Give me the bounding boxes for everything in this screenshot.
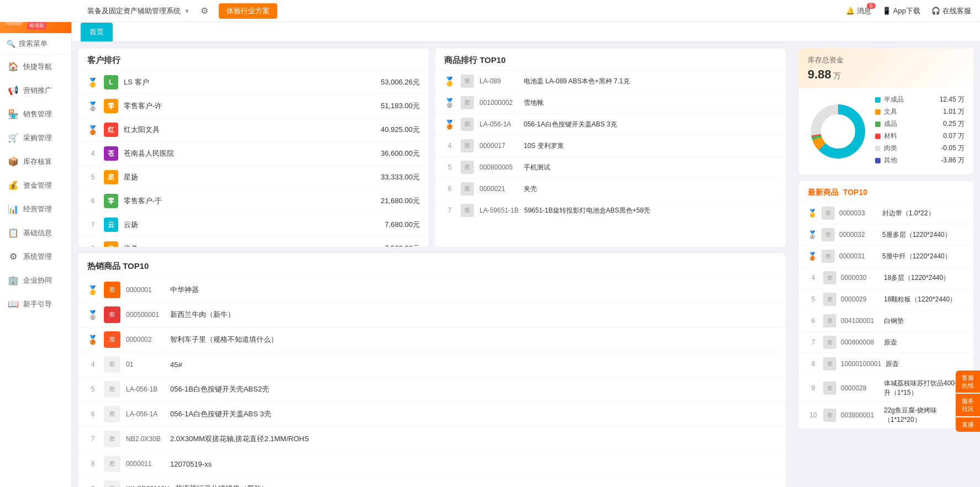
store-icon: 🏪 xyxy=(8,109,19,119)
customer-ranking-row: 8 肖 肖总 7,563.00元 xyxy=(78,236,429,247)
medal-icon: 🥈 xyxy=(87,310,98,320)
customer-name: LS 客户 xyxy=(124,77,375,87)
product-name: 056-1B白色按键开关壳ABS2壳 xyxy=(170,384,777,394)
rank-number: 5 xyxy=(87,173,98,181)
hot-product-row: 🥈 图 000500001 新西兰牛肉（新牛） xyxy=(78,302,786,327)
sidebar-item-sales[interactable]: 🏪 销售管理 xyxy=(0,102,71,126)
sidebar-item-sys-admin[interactable]: ⚙ 系统管理 xyxy=(0,245,71,268)
sidebar-item-marketing[interactable]: 📢 营销推广 xyxy=(0,78,71,102)
latest-product-row: 9 图 0000028 体城荔枝味苏打饮品400毫升（1*15） xyxy=(799,374,973,401)
rank-number: 5 xyxy=(808,295,819,303)
product-code: 0000017 xyxy=(480,142,518,150)
product-img: 图 xyxy=(461,75,474,88)
product-img: 图 xyxy=(823,357,836,370)
chevron-down-icon: ▼ xyxy=(184,8,190,14)
product-img: 图 xyxy=(823,293,836,306)
rank-number: 8 xyxy=(87,245,98,247)
sidebar-item-finance[interactable]: 💰 资金管理 xyxy=(0,173,71,197)
product-ranking-row: 5 图 000800005 手机测试 xyxy=(435,156,786,178)
rank-number: 10 xyxy=(808,411,819,419)
float-service-hotline[interactable]: 客服热线 xyxy=(956,370,980,393)
product-thumbnail: 图 xyxy=(104,306,120,323)
product-name: 白钢垫 xyxy=(884,316,965,326)
sidebar-item-inventory[interactable]: 📦 库存核算 xyxy=(0,150,71,173)
product-code: 0000001 xyxy=(126,286,165,294)
rank-number: 5 xyxy=(87,385,98,393)
product-name: 59651-1B旋转投影灯电池盒ABS黑色+58壳 xyxy=(524,206,777,215)
customer-amount: 7,563.00元 xyxy=(384,244,420,247)
product-thumbnail: 图 xyxy=(104,480,120,487)
system-selector[interactable]: 装备及固定资产辅助管理系统 ▼ xyxy=(87,6,190,16)
rank-number: 7 xyxy=(87,221,98,229)
product-thumbnail: 图 xyxy=(104,356,120,373)
rank-number: 6 xyxy=(87,197,98,205)
medal-icon: 🥇 xyxy=(444,76,455,87)
customer-name: 零售客户-许 xyxy=(124,101,375,111)
customer-ranking-row: 7 云 云扬 7,680.00元 xyxy=(78,213,429,236)
float-service-live[interactable]: 直播 xyxy=(956,417,980,432)
product-img: 图 xyxy=(823,314,836,327)
product-name: 056-1A白色按键开关盖ABS 3壳 xyxy=(170,409,777,419)
tab-home[interactable]: 首页 xyxy=(81,23,113,41)
inventory-body: 库存资金占比 半成品 12.45 万 文具 1.01 万 成品 0.25 万 材… xyxy=(799,88,973,174)
sidebar-item-base-info[interactable]: 📋 基础信息 xyxy=(0,221,71,245)
home-icon: 🏠 xyxy=(8,61,19,72)
product-ranking-list: 🥇 图 LA-089 电池盖 LA-089 ABS本色+黑种 7.1克 🥈 图 … xyxy=(435,70,786,221)
page-tabs: 首页 xyxy=(72,22,980,42)
hot-products-list: 🥇 图 0000001 中华神器 🥈 图 000500001 新西兰牛肉（新牛）… xyxy=(78,277,786,487)
hot-products-title: 热销商品 TOP10 xyxy=(78,253,786,277)
sidebar-item-guide[interactable]: 📖 新手引导 xyxy=(0,292,71,316)
rank-number: 4 xyxy=(444,142,455,150)
customer-amount: 21,680.00元 xyxy=(381,196,420,206)
avatar: 红 xyxy=(104,123,118,137)
settings-btn[interactable]: ⚙ xyxy=(197,3,212,19)
medal-icon: 🥈 xyxy=(87,101,98,112)
legend-color xyxy=(875,146,881,151)
hot-product-row: 7 图 NB2.0X30B 2.0X30MM双搓花轴,搓花直径2.1MM/ROH… xyxy=(78,426,786,451)
main-content: 首页 客户排行 🥇 L LS 客户 53,006.26元 🥈 零 零售客户-许 … xyxy=(72,22,980,487)
hot-product-row: 5 图 LA-056-1B 056-1B白色按键开关壳ABS2壳 xyxy=(78,377,786,401)
latest-product-row: 5 图 0000029 18颗粒板（1220*2440） xyxy=(799,288,973,310)
message-btn[interactable]: 🔔 消息 6 xyxy=(846,6,871,16)
medal-icon: 🥉 xyxy=(808,252,817,261)
product-thumbnail: 图 xyxy=(104,331,120,348)
sidebar-item-operations[interactable]: 📊 经营管理 xyxy=(0,197,71,221)
customer-amount: 53,006.26元 xyxy=(381,77,420,87)
sidebar-item-enterprise[interactable]: 🏢 企业协同 xyxy=(0,268,71,292)
product-img: 图 xyxy=(823,382,836,395)
product-code: 0000029 xyxy=(841,295,879,303)
product-img: 图 xyxy=(823,271,836,284)
customer-name: 肖总 xyxy=(124,244,379,247)
legend-color xyxy=(875,134,881,139)
avatar: 苍 xyxy=(104,146,118,161)
customer-amount: 33,333.00元 xyxy=(381,172,420,182)
product-code: 0000002 xyxy=(126,336,165,343)
sidebar-item-purchase[interactable]: 🛒 采购管理 xyxy=(0,126,71,150)
money-icon: 💰 xyxy=(8,180,19,190)
product-name: 封边带（1.0*22） xyxy=(882,209,965,218)
float-service-community[interactable]: 服务社区 xyxy=(956,394,980,416)
trial-button[interactable]: 体验行业方案 xyxy=(219,3,277,19)
app-download-btn[interactable]: 📱 App下载 xyxy=(882,6,920,16)
sidebar: 好 畅捷通好生意 标准版 🔍 搜索菜单 🏠 快捷导航 📢 营销推广 🏪 销售管理… xyxy=(0,0,72,487)
customer-name: 星扬 xyxy=(124,172,375,182)
right-panel: 库存总资金 9.88 万 xyxy=(792,42,980,487)
search-menu-btn[interactable]: 🔍 搜索菜单 xyxy=(0,33,71,55)
product-name: 雪地靴 xyxy=(524,98,777,108)
rank-number: 7 xyxy=(444,207,455,214)
product-code: LA-056-1A xyxy=(126,410,165,418)
sidebar-item-quick-nav[interactable]: 🏠 快捷导航 xyxy=(0,55,71,78)
legend-color xyxy=(875,97,881,103)
product-img: 图 xyxy=(821,250,835,263)
product-ranking-row: 6 图 0000021 夹壳 xyxy=(435,178,786,199)
legend-item: 材料 0.07 万 xyxy=(875,131,965,141)
latest-product-row: 6 图 004100001 白钢垫 xyxy=(799,310,973,331)
product-code: 000500001 xyxy=(126,311,165,319)
header-right: 🔔 消息 6 📱 App下载 🎧 在线客服 xyxy=(846,6,971,16)
product-name: 夹壳 xyxy=(524,184,777,194)
medal-icon: 🥉 xyxy=(87,335,98,345)
legend-item: 文具 1.01 万 xyxy=(875,107,965,117)
avatar: 零 xyxy=(104,194,118,208)
online-service-btn[interactable]: 🎧 在线客服 xyxy=(931,6,971,16)
customer-ranking-row: 5 星 星扬 33,333.00元 xyxy=(78,165,429,189)
